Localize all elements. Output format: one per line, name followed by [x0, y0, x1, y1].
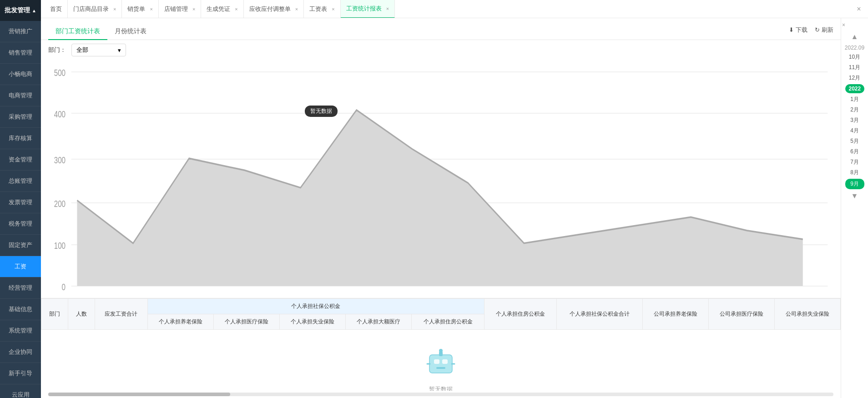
timeline-month-9-active[interactable]: 9月 — [845, 179, 864, 189]
sidebar-item-gdzy[interactable]: 固定资产 — [0, 235, 41, 256]
tab-store-manage[interactable]: 店铺管理 × — [159, 0, 201, 18]
salary-table: 部门 人数 应发工资合计 个人承担社保公积金 个人承担住房公积金 个人承担社保公… — [41, 298, 841, 330]
sidebar-item-xsgl[interactable]: 销售管理 — [0, 42, 41, 64]
sidebar-expand-icon[interactable]: ▲ — [32, 8, 36, 13]
tab-gen-cert[interactable]: 生成凭证 × — [201, 0, 243, 18]
timeline-year-active[interactable]: 2022 — [845, 84, 864, 93]
svg-text:500: 500 — [54, 67, 66, 78]
download-button[interactable]: ⬇ 下载 — [789, 26, 807, 34]
timeline-close-button[interactable]: × — [842, 22, 845, 28]
svg-text:300: 300 — [54, 154, 66, 165]
refresh-label: 刷新 — [822, 26, 833, 34]
timeline-year-2022: 2022.09 — [845, 45, 864, 51]
tab-store-manage-close[interactable]: × — [192, 6, 195, 12]
tab-salary-report-label: 工资统计报表 — [346, 5, 382, 13]
tab-ar-ap-close[interactable]: × — [295, 6, 298, 12]
svg-text:0: 0 — [62, 281, 66, 292]
sub-tab-dept[interactable]: 部门工资统计表 — [48, 24, 107, 40]
timeline-month-7[interactable]: 7月 — [841, 157, 868, 167]
tab-salary-label: 工资表 — [309, 5, 327, 13]
main-area: 首页 门店商品目录 × 销货单 × 店铺管理 × 生成凭证 × 应收应付调整单 … — [41, 0, 868, 398]
tab-bar-global-close[interactable]: × — [853, 4, 864, 15]
tab-sales-order-close[interactable]: × — [150, 6, 152, 12]
timeline-month-8[interactable]: 8月 — [841, 167, 868, 178]
chart-svg: 500 400 300 200 100 0 — [48, 60, 833, 298]
table-section: 部门 人数 应发工资合计 个人承担社保公积金 个人承担住房公积金 个人承担社保公… — [41, 298, 841, 398]
tab-sales-order-label: 销货单 — [127, 5, 145, 13]
sidebar-item-zjgl[interactable]: 资金管理 — [0, 149, 41, 171]
sidebar-item-jcxx[interactable]: 基础信息 — [0, 299, 41, 320]
sidebar-item-xpds[interactable]: 小畅电商 — [0, 64, 41, 85]
col-personal-unemployment: 个人承担失业保险 — [280, 314, 346, 330]
col-personal-group: 个人承担社保公积金 — [147, 299, 484, 314]
tab-store-manage-label: 店铺管理 — [164, 5, 188, 13]
refresh-icon: ↻ — [815, 26, 820, 33]
timeline-month-1[interactable]: 1月 — [841, 94, 868, 105]
tab-gen-cert-label: 生成凭证 — [207, 5, 230, 13]
col-personal-medical: 个人承担医疗保险 — [213, 314, 279, 330]
timeline-nav-down[interactable]: ▼ — [849, 190, 860, 202]
tab-gen-cert-close[interactable]: × — [235, 6, 237, 12]
sidebar-item-yxtt[interactable]: 营销推广 — [0, 21, 41, 42]
sidebar-item-kchs[interactable]: 库存核算 — [0, 128, 41, 149]
table-wrapper[interactable]: 部门 人数 应发工资合计 个人承担社保公积金 个人承担住房公积金 个人承担社保公… — [41, 298, 841, 391]
filter-bar: 部门： 全部 ▾ — [41, 40, 841, 60]
sidebar-item-xtgl[interactable]: 系统管理 — [0, 320, 41, 342]
tab-home[interactable]: 首页 — [45, 0, 68, 18]
sidebar-item-gz[interactable]: 工资 — [0, 256, 41, 277]
sidebar-item-cggl[interactable]: 采购管理 — [0, 106, 41, 128]
tab-salary-report[interactable]: 工资统计报表 × — [341, 0, 395, 18]
table-empty-state: 暂无数据 — [41, 330, 841, 391]
col-company-other: 公司承担失业保险 — [774, 299, 840, 330]
sub-tab-month[interactable]: 月份统计表 — [107, 24, 154, 40]
timeline-month-2[interactable]: 2月 — [841, 105, 868, 115]
tab-store-catalog[interactable]: 门店商品目录 × — [68, 0, 122, 18]
tab-store-catalog-close[interactable]: × — [113, 6, 116, 12]
sidebar-item-yyyy[interactable]: 云应用 — [0, 384, 41, 398]
tab-store-catalog-label: 门店商品目录 — [73, 5, 109, 13]
col-count: 人数 — [68, 299, 95, 330]
sidebar-item-qyxt[interactable]: 企业协同 — [0, 342, 41, 363]
tab-ar-ap[interactable]: 应收应付调整单 × — [244, 0, 304, 18]
empty-text: 暂无数据 — [429, 385, 453, 391]
table-scrollbar[interactable] — [48, 393, 833, 396]
tab-salary[interactable]: 工资表 × — [304, 0, 340, 18]
tab-salary-report-close[interactable]: × — [386, 6, 389, 11]
sidebar-title: 批发管理 — [5, 6, 30, 15]
sidebar-item-fpgl[interactable]: 发票管理 — [0, 192, 41, 213]
sidebar-item-jygl[interactable]: 经营管理 — [0, 277, 41, 299]
timeline-month-4[interactable]: 4月 — [841, 126, 868, 136]
col-company-medical: 公司承担养老保险 — [642, 299, 708, 330]
svg-text:100: 100 — [54, 240, 66, 251]
sidebar-item-dsgl[interactable]: 电商管理 — [0, 85, 41, 106]
sidebar-item-zzgl[interactable]: 总账管理 — [0, 171, 41, 192]
tab-bar-end: × — [853, 4, 864, 15]
timeline-month-11[interactable]: 11月 — [841, 62, 868, 73]
timeline-nav-up[interactable]: ▲ — [849, 31, 860, 43]
chart-area: 500 400 300 200 100 0 — [41, 60, 841, 298]
timeline-month-12[interactable]: 12月 — [841, 73, 868, 83]
sidebar-item-xsyd[interactable]: 新手引导 — [0, 363, 41, 384]
tab-bar: 首页 门店商品目录 × 销货单 × 店铺管理 × 生成凭证 × 应收应付调整单 … — [41, 0, 868, 18]
download-icon: ⬇ — [789, 26, 794, 33]
timeline-month-3[interactable]: 3月 — [841, 115, 868, 126]
col-dept: 部门 — [41, 299, 68, 330]
timeline-month-6[interactable]: 6月 — [841, 146, 868, 157]
timeline-month-10[interactable]: 10月 — [841, 52, 868, 62]
svg-rect-13 — [434, 359, 439, 364]
tab-salary-close[interactable]: × — [332, 6, 334, 12]
download-label: 下载 — [796, 26, 807, 34]
svg-text:400: 400 — [54, 108, 66, 119]
table-scrollbar-thumb[interactable] — [48, 393, 230, 396]
chart-polygon — [77, 110, 802, 286]
sub-tab-month-label: 月份统计表 — [115, 27, 146, 35]
sidebar-item-swgl[interactable]: 税务管理 — [0, 213, 41, 235]
refresh-button[interactable]: ↻ 刷新 — [815, 26, 833, 34]
tab-sales-order[interactable]: 销货单 × — [122, 0, 158, 18]
timeline-month-5[interactable]: 5月 — [841, 136, 868, 146]
dept-select-value: 全部 — [76, 46, 88, 54]
svg-rect-14 — [442, 359, 448, 364]
sub-tab-dept-label: 部门工资统计表 — [56, 27, 100, 35]
col-company-pension: 个人承担社保公积金合计 — [557, 299, 642, 330]
dept-select[interactable]: 全部 ▾ — [71, 44, 126, 56]
